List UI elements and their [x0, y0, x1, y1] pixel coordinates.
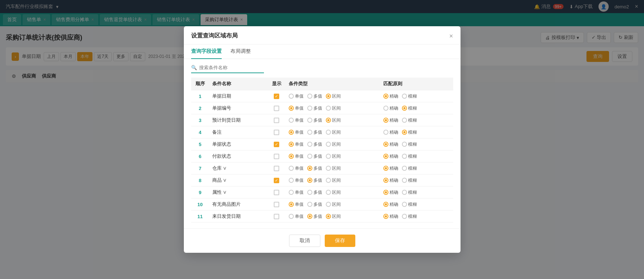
radio-label: 多值 [313, 189, 322, 196]
save-button[interactable]: 保存 [325, 235, 355, 247]
dialog-title: 设置查询区域布局 [191, 32, 238, 40]
radio-item-exact[interactable]: 精确 [383, 189, 398, 196]
radio-circle [383, 106, 388, 111]
radio-item-range[interactable]: 区间 [326, 177, 341, 184]
radio-item-fuzzy[interactable]: 模糊 [402, 105, 417, 111]
radio-item-fuzzy[interactable]: 模糊 [402, 165, 417, 172]
row-display-checkbox[interactable]: ✓ [268, 142, 286, 147]
dialog-tab-layout[interactable]: 布局调整 [230, 44, 251, 59]
radio-item-multi[interactable]: 多值 [307, 189, 322, 196]
radio-item-fuzzy[interactable]: 模糊 [402, 189, 417, 196]
row-display-checkbox[interactable]: ✓ [268, 94, 286, 99]
radio-item-single[interactable]: 单值 [289, 93, 304, 99]
radio-item-range[interactable]: 区间 [326, 141, 341, 148]
row-display-checkbox[interactable] [268, 106, 286, 111]
row-match-group: 精确模糊 [380, 105, 453, 111]
radio-item-range[interactable]: 区间 [326, 129, 341, 135]
table-row: 11来日发货日期单值多值区间精确模糊 [191, 211, 453, 223]
radio-item-fuzzy[interactable]: 模糊 [402, 153, 417, 160]
radio-item-exact[interactable]: 精确 [383, 105, 398, 111]
checkbox[interactable] [274, 118, 279, 123]
radio-item-single[interactable]: 单值 [289, 141, 304, 148]
radio-label: 精确 [390, 117, 398, 123]
radio-item-multi[interactable]: 多值 [307, 141, 322, 148]
radio-label: 模糊 [408, 93, 417, 99]
row-display-checkbox[interactable] [268, 214, 286, 219]
row-display-checkbox[interactable] [268, 130, 286, 135]
search-input[interactable] [199, 65, 257, 70]
radio-item-range[interactable]: 区间 [326, 93, 341, 99]
checkbox[interactable] [274, 166, 279, 171]
radio-item-single[interactable]: 单值 [289, 153, 304, 160]
checkbox[interactable] [274, 130, 279, 135]
radio-item-single[interactable]: 单值 [289, 201, 304, 208]
radio-item-multi[interactable]: 多值 [307, 105, 322, 111]
radio-circle [402, 178, 407, 183]
radio-item-exact[interactable]: 精确 [383, 129, 398, 135]
radio-item-fuzzy[interactable]: 模糊 [402, 117, 417, 123]
radio-item-fuzzy[interactable]: 模糊 [402, 177, 417, 184]
match-radio-group: 精确模糊 [383, 129, 417, 135]
row-display-checkbox[interactable] [268, 154, 286, 159]
row-display-checkbox[interactable] [268, 190, 286, 195]
radio-item-exact[interactable]: 精确 [383, 213, 398, 220]
radio-item-range[interactable]: 区间 [326, 189, 341, 196]
radio-item-range[interactable]: 区间 [326, 117, 341, 123]
radio-item-multi[interactable]: 多值 [307, 117, 322, 123]
radio-item-exact[interactable]: 精确 [383, 201, 398, 208]
radio-item-range[interactable]: 区间 [326, 213, 341, 220]
radio-item-fuzzy[interactable]: 模糊 [402, 201, 417, 208]
radio-item-multi[interactable]: 多值 [307, 213, 322, 220]
radio-item-single[interactable]: 单值 [289, 117, 304, 123]
radio-item-multi[interactable]: 多值 [307, 177, 322, 184]
row-display-checkbox[interactable] [268, 166, 286, 171]
radio-item-exact[interactable]: 精确 [383, 165, 398, 172]
radio-item-fuzzy[interactable]: 模糊 [402, 129, 417, 135]
radio-item-multi[interactable]: 多值 [307, 165, 322, 172]
table-row: 6付款状态单值多值区间精确模糊 [191, 150, 453, 162]
radio-item-range[interactable]: 区间 [326, 105, 341, 111]
radio-item-range[interactable]: 区间 [326, 165, 341, 172]
row-display-checkbox[interactable] [268, 118, 286, 123]
radio-item-multi[interactable]: 多值 [307, 201, 322, 208]
radio-item-single[interactable]: 单值 [289, 177, 304, 184]
checkbox[interactable] [274, 214, 279, 219]
radio-item-range[interactable]: 区间 [326, 201, 341, 208]
radio-item-multi[interactable]: 多值 [307, 153, 322, 160]
radio-item-exact[interactable]: 精确 [383, 177, 398, 184]
dialog-close-btn[interactable]: × [449, 33, 453, 39]
radio-item-multi[interactable]: 多值 [307, 129, 322, 135]
row-display-checkbox[interactable]: ✓ [268, 178, 286, 183]
dialog-tab-fields[interactable]: 查询字段设置 [191, 44, 222, 59]
cancel-button[interactable]: 取消 [289, 235, 320, 247]
radio-item-multi[interactable]: 多值 [307, 93, 322, 99]
radio-item-single[interactable]: 单值 [289, 189, 304, 196]
checkbox[interactable] [274, 154, 279, 159]
radio-label: 单值 [295, 189, 304, 196]
row-display-checkbox[interactable] [268, 202, 286, 207]
checkbox[interactable] [274, 190, 279, 195]
checkbox[interactable]: ✓ [274, 142, 279, 147]
checkbox[interactable] [274, 202, 279, 207]
radio-item-fuzzy[interactable]: 模糊 [402, 93, 417, 99]
radio-item-single[interactable]: 单值 [289, 165, 304, 172]
radio-item-single[interactable]: 单值 [289, 105, 304, 111]
radio-item-exact[interactable]: 精确 [383, 153, 398, 160]
radio-circle [326, 142, 331, 147]
table-row: 3预计到货日期单值多值区间精确模糊 [191, 114, 453, 126]
radio-item-exact[interactable]: 精确 [383, 141, 398, 148]
radio-item-exact[interactable]: 精确 [383, 93, 398, 99]
radio-label: 模糊 [408, 165, 417, 172]
radio-label: 多值 [313, 93, 322, 99]
radio-item-range[interactable]: 区间 [326, 153, 341, 160]
radio-item-fuzzy[interactable]: 模糊 [402, 141, 417, 148]
radio-item-exact[interactable]: 精确 [383, 117, 398, 123]
checkbox[interactable] [274, 106, 279, 111]
radio-item-single[interactable]: 单值 [289, 129, 304, 135]
checkbox[interactable]: ✓ [274, 178, 279, 183]
radio-circle [402, 190, 407, 195]
checkbox[interactable]: ✓ [274, 94, 279, 99]
row-order: 7 [191, 166, 209, 171]
radio-item-fuzzy[interactable]: 模糊 [402, 213, 417, 220]
radio-item-single[interactable]: 单值 [289, 213, 304, 220]
